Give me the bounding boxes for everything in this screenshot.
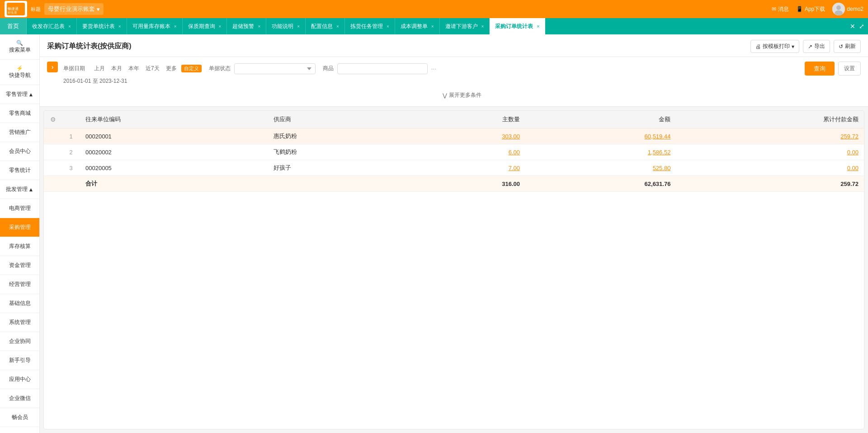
tab-6-close[interactable]: × — [297, 24, 300, 29]
tab-3[interactable]: 可用量库存账本 × — [127, 18, 183, 34]
refresh-button[interactable]: ↺ 刷新 — [834, 40, 861, 53]
custom-date-badge[interactable]: 自定义 — [181, 65, 202, 72]
tab-10-close[interactable]: × — [481, 24, 484, 29]
app-title: 标题 — [31, 6, 41, 13]
user-menu[interactable]: demo2 — [832, 3, 863, 15]
tab-8[interactable]: 拣货任务管理 × — [345, 18, 395, 34]
print-label: 按模板打印 — [763, 43, 790, 50]
tab-2[interactable]: 要货单统计表 × — [77, 18, 127, 34]
app-download-label: App下载 — [805, 5, 825, 13]
goods-input[interactable] — [337, 63, 428, 74]
tab-expand-icon[interactable]: ⤢ — [859, 23, 864, 30]
row-paid[interactable]: 0.00 — [676, 144, 864, 160]
workspace-arrow: ▾ — [97, 6, 100, 13]
tab-2-close[interactable]: × — [118, 24, 121, 29]
shortcut-this-year[interactable]: 本年 — [127, 64, 141, 73]
row-index: 1 — [62, 128, 80, 144]
sidebar-item-retail-stats[interactable]: 零售统计 — [0, 161, 39, 180]
row-amount[interactable]: 60,519.44 — [525, 128, 676, 144]
footer-empty-2 — [62, 176, 80, 192]
sidebar-search-label: 搜索菜单 — [2, 46, 38, 54]
print-button[interactable]: 🖨 按模板打印 ▾ — [750, 40, 799, 53]
shortcut-7days[interactable]: 近7天 — [144, 64, 161, 73]
sidebar-item-purchase[interactable]: 采购管理 — [0, 218, 39, 237]
shortcut-last-month[interactable]: 上月 — [92, 64, 107, 73]
sidebar-wechat-label: 企业微信 — [2, 395, 38, 402]
tab-10[interactable]: 邀请下游客户 × — [440, 18, 490, 34]
expand-more-btn[interactable]: ⋁ 展开更多条件 — [63, 89, 861, 102]
status-select[interactable] — [234, 63, 316, 74]
row-amount[interactable]: 525.80 — [525, 160, 676, 176]
tab-7-close[interactable]: × — [336, 24, 339, 29]
sidebar-item-search[interactable]: 🔍 搜索菜单 — [0, 34, 39, 60]
sidebar-item-finance[interactable]: 资金管理 — [0, 256, 39, 275]
tab-5-label: 超储预警 — [232, 23, 254, 30]
tab-active[interactable]: 采购订单统计表 × — [490, 18, 545, 34]
row-settings — [44, 144, 62, 160]
sidebar-item-wholesale[interactable]: 批发管理 ▲ — [0, 180, 39, 199]
row-amount[interactable]: 1,586.52 — [525, 144, 676, 160]
sidebar-item-member2[interactable]: 畅会员 — [0, 408, 39, 427]
sidebar-item-marketing[interactable]: 营销推广 — [0, 123, 39, 142]
settings-button[interactable]: 设置 — [838, 62, 861, 76]
sidebar-item-operations[interactable]: 经营管理 — [0, 275, 39, 294]
sidebar-purchase-label: 采购管理 — [2, 224, 38, 231]
sidebar-item-wechat[interactable]: 企业微信 — [0, 389, 39, 408]
tab-7[interactable]: 配置信息 × — [306, 18, 345, 34]
tab-5[interactable]: 超储预警 × — [227, 18, 266, 34]
sidebar-item-basics[interactable]: 基础信息 — [0, 294, 39, 313]
tab-1[interactable]: 收发存汇总表 × — [27, 18, 77, 34]
date-from: 2016-01-01 — [63, 78, 91, 84]
sidebar-item-members[interactable]: 会员中心 — [0, 142, 39, 161]
shortcut-this-month[interactable]: 本月 — [109, 64, 124, 73]
workspace-selector[interactable]: 母婴行业演示账套 ▾ — [44, 3, 104, 15]
query-button[interactable]: 查询 — [805, 62, 835, 76]
tab-home[interactable]: 首页 — [0, 18, 27, 34]
message-button[interactable]: ✉ 消息 — [772, 5, 789, 13]
sidebar-item-appstore[interactable]: 应用中心 — [0, 370, 39, 389]
row-paid[interactable]: 259.72 — [676, 128, 864, 144]
row-qty[interactable]: 303.00 — [408, 128, 525, 144]
tab-8-close[interactable]: × — [387, 24, 389, 29]
sidebar-item-ecommerce[interactable]: 电商管理 — [0, 199, 39, 218]
tab-9-close[interactable]: × — [431, 24, 434, 29]
sidebar-member2-label: 畅会员 — [2, 414, 38, 421]
tab-6[interactable]: 功能说明 × — [266, 18, 306, 34]
svg-point-4 — [836, 5, 841, 10]
sidebar-item-newguide[interactable]: 新手引导 — [0, 351, 39, 370]
top-bar: 畅捷通 好生意 标题 母婴行业演示账套 ▾ ✉ 消息 📱 App下载 — [0, 0, 868, 18]
row-qty[interactable]: 7.00 — [408, 160, 525, 176]
footer-label: 合计 — [80, 176, 268, 192]
tab-9-label: 成本调整单 — [401, 23, 428, 30]
sidebar-item-collab[interactable]: 企业协同 — [0, 332, 39, 351]
sidebar-item-quicknav[interactable]: ⚡ 快捷导航 — [0, 60, 39, 85]
tab-active-close[interactable]: × — [537, 24, 539, 29]
column-settings-icon[interactable]: ⚙ — [50, 116, 56, 123]
filter-toggle[interactable]: › — [47, 62, 58, 72]
refresh-label: 刷新 — [845, 43, 856, 50]
tab-3-close[interactable]: × — [174, 24, 177, 29]
row-settings — [44, 160, 62, 176]
app-download-button[interactable]: 📱 App下载 — [796, 5, 825, 13]
footer-empty-1 — [44, 176, 62, 192]
row-paid[interactable]: 0.00 — [676, 160, 864, 176]
sidebar-retail-stats-label: 零售统计 — [2, 167, 38, 174]
export-icon: ↗ — [808, 43, 812, 50]
goods-more-icon[interactable]: ··· — [431, 65, 436, 72]
th-settings[interactable]: ⚙ — [44, 111, 62, 128]
sidebar-item-inventory[interactable]: 库存核算 — [0, 237, 39, 256]
tab-4[interactable]: 保质期查询 × — [183, 18, 227, 34]
svg-text:畅捷通: 畅捷通 — [8, 7, 19, 11]
tab-5-close[interactable]: × — [258, 24, 260, 29]
export-button[interactable]: ↗ 导出 — [803, 40, 830, 53]
sidebar-item-retail-mgmt[interactable]: 零售管理 ▲ — [0, 85, 39, 104]
tab-4-close[interactable]: × — [219, 24, 222, 29]
tab-9[interactable]: 成本调整单 × — [395, 18, 440, 34]
row-qty[interactable]: 6.00 — [408, 144, 525, 160]
sidebar-retail-mgmt-label: 零售管理 — [6, 90, 28, 98]
sidebar-item-retail-shop[interactable]: 零售商城 — [0, 104, 39, 123]
tab-close-icon[interactable]: ✕ — [850, 23, 855, 30]
sidebar-item-system[interactable]: 系统管理 — [0, 313, 39, 332]
shortcut-more[interactable]: 更多 — [164, 64, 179, 73]
tab-1-close[interactable]: × — [68, 24, 71, 29]
